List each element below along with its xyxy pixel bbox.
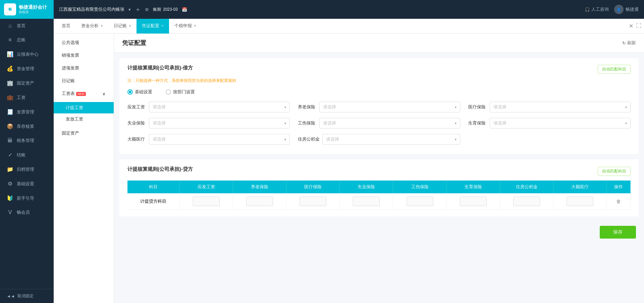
tab-capital-close[interactable]: × [101, 23, 103, 28]
select-sybx[interactable]: 请选择 ▾ [149, 118, 290, 129]
calendar-icon[interactable]: 📅 [182, 7, 187, 12]
radio-basic-label: 基础设置 [135, 89, 152, 95]
select-gsbx-placeholder: 请选择 [323, 120, 336, 126]
sidebar-item-salary[interactable]: 💼 工资 [0, 90, 54, 105]
input-zfgjj[interactable] [513, 197, 540, 206]
debit-auto-match-button[interactable]: 自动匹配科目 [598, 65, 631, 74]
inventory-icon: 📦 [7, 123, 13, 130]
refresh-button[interactable]: ↻ 刷新 [622, 40, 636, 46]
sidebar-item-invoice[interactable]: 🧾 发票管理 [0, 105, 54, 119]
settings-gear-icon[interactable]: ⚙ [145, 7, 149, 12]
input-sybx2[interactable] [460, 197, 487, 206]
left-menu-fixed-assets[interactable]: 固定资产 [54, 127, 114, 140]
cell-ylbx [233, 193, 286, 210]
select-sybx2[interactable]: 请选择 ▾ [490, 118, 631, 129]
sidebar-item-checkout[interactable]: ✓ 结账 [0, 148, 54, 162]
sidebar-item-guide[interactable]: 🔰 新手引导 [0, 191, 54, 205]
topbar-right: 🎧 人工咨询 👤 畅捷通 [585, 5, 639, 14]
sidebar-item-settings[interactable]: ⚙ 基础设置 [0, 176, 54, 191]
tab-journal-close[interactable]: × [129, 23, 131, 28]
select-ylbx2[interactable]: 请选择 ▾ [490, 102, 631, 112]
salary-table-label: 工资表NEW [62, 91, 86, 97]
sidebar-item-ledger[interactable]: ≡ 总账 [0, 33, 54, 47]
cancel-fixed-button[interactable]: ◄◄ 取消固定 [0, 289, 54, 303]
sidebar-item-vip[interactable]: V 畅会员 [0, 205, 54, 219]
radio-basic[interactable]: 基础设置 [127, 89, 152, 95]
radio-basic-dot [129, 91, 131, 93]
label-zfgjj: 住房公积金 [298, 136, 320, 142]
save-button[interactable]: 保存 [600, 226, 636, 239]
left-menu-calc-salary[interactable]: 计提工资 [54, 102, 114, 113]
cell-sybx2 [446, 193, 500, 210]
left-menu-sales[interactable]: 销项发票 [54, 49, 114, 62]
sidebar-item-archive[interactable]: 📁 归档管理 [0, 162, 54, 176]
checkout-icon: ✓ [7, 152, 13, 158]
tab-voucher[interactable]: 凭证配置 × [137, 19, 169, 34]
credit-section: 计提核算规则(公司承担)-贷方 自动匹配科目 科目 应发工资 养老保险 医疗保险… [119, 159, 639, 216]
col-dely: 大额医疗 [553, 181, 607, 193]
sidebar-item-inventory[interactable]: 📦 库存核算 [0, 119, 54, 134]
tab-home[interactable]: 首页 [56, 19, 76, 34]
radio-dept[interactable]: 按部门设置 [166, 89, 195, 95]
select-sybx-placeholder: 请选择 [153, 120, 166, 126]
credit-auto-match-button[interactable]: 自动匹配科目 [598, 167, 631, 176]
sidebar-item-reports[interactable]: 📊 云报表中心 [0, 47, 54, 61]
user-menu[interactable]: 👤 畅捷通 [614, 5, 639, 14]
input-sybx[interactable] [353, 197, 380, 206]
sidebar-item-label: 库存核算 [17, 123, 34, 130]
left-menu-journal[interactable]: 日记账 [54, 74, 114, 87]
delete-row-icon[interactable]: 🗑 [616, 199, 621, 204]
add-company-button[interactable]: ＋ [135, 5, 141, 13]
service-button[interactable]: 🎧 人工咨询 [585, 6, 609, 12]
field-ylbx2: 医疗保险 请选择 ▾ [468, 102, 631, 112]
input-dely[interactable] [567, 197, 593, 206]
vip-icon: V [7, 209, 13, 215]
settings-icon: ⚙ [7, 181, 13, 187]
cell-ylbx2 [286, 193, 340, 210]
sidebar-logo: 畅 畅捷通好会计 旗舰版 [0, 0, 54, 19]
tab-tax-close[interactable]: × [194, 23, 196, 28]
ledger-icon: ≡ [7, 37, 13, 43]
select-gsbx[interactable]: 请选择 ▾ [319, 118, 460, 129]
select-ylbx2-placeholder: 请选择 [493, 104, 506, 110]
input-ylbx[interactable] [246, 197, 273, 206]
left-menu-public[interactable]: 公共选项 [54, 36, 114, 49]
field-sybx: 失业保险 请选择 ▾ [127, 118, 290, 129]
sidebar-item-fixed[interactable]: 🏢 固定资产 [0, 76, 54, 90]
tab-voucher-close[interactable]: × [161, 23, 164, 28]
topbar: 江西服宝精品有限责任公司内账张 ▾ ＋ ⚙ 账期 2023-03 📅 🎧 人工咨… [54, 0, 644, 19]
left-menu-salary-sub: 计提工资 发放工资 [54, 100, 114, 127]
select-yfgz[interactable]: 请选择 ▾ [149, 102, 290, 112]
left-menu-purchase[interactable]: 进项发票 [54, 62, 114, 74]
input-ylbx2[interactable] [300, 197, 326, 206]
sidebar-item-home[interactable]: ⌂ 首页 [0, 19, 54, 33]
sidebar: 畅 畅捷通好会计 旗舰版 ⌂ 首页 ≡ 总账 📊 云报表中心 💰 资金管理 🏢 … [0, 0, 54, 303]
input-yfgz[interactable] [193, 197, 220, 206]
expand-icon[interactable]: ⛶ [636, 23, 641, 29]
tab-voucher-label: 凭证配置 [142, 23, 159, 29]
col-ylbx: 养老保险 [233, 181, 286, 193]
username: 畅捷通 [626, 6, 639, 12]
tab-capital[interactable]: 资金分析 × [76, 19, 108, 34]
sidebar-item-label: 归档管理 [17, 166, 34, 172]
col-yfgz: 应发工资 [179, 181, 233, 193]
tab-tax[interactable]: 个税申报 × [169, 19, 202, 34]
company-dropdown-icon[interactable]: ▾ [128, 7, 131, 12]
reports-icon: 📊 [7, 51, 13, 57]
select-ylbx[interactable]: 请选择 ▾ [319, 102, 460, 112]
left-menu-pay-salary[interactable]: 发放工资 [54, 113, 114, 125]
sidebar-item-label: 固定资产 [17, 80, 34, 86]
guide-icon: 🔰 [7, 195, 13, 201]
input-gsbx[interactable] [407, 197, 433, 206]
refresh-label: 刷新 [627, 40, 636, 46]
sidebar-item-capital[interactable]: 💰 资金管理 [0, 61, 54, 76]
tab-journal[interactable]: 日记账 × [108, 19, 137, 34]
left-menu-salary-group[interactable]: 工资表NEW ∨ [54, 87, 114, 100]
new-badge: NEW [76, 92, 86, 96]
select-dely[interactable]: 请选择 ▾ [149, 134, 290, 145]
sidebar-item-tax[interactable]: 🏛 税务管理 [0, 134, 54, 148]
content-area: 公共选项 销项发票 进项发票 日记账 工资表NEW ∨ 计提工资 发放工资 固定… [54, 34, 644, 303]
sidebar-item-label: 工资 [17, 95, 25, 101]
close-all-icon[interactable]: ✕ [629, 23, 633, 29]
select-zfgjj[interactable]: 请选择 ▾ [322, 134, 460, 145]
